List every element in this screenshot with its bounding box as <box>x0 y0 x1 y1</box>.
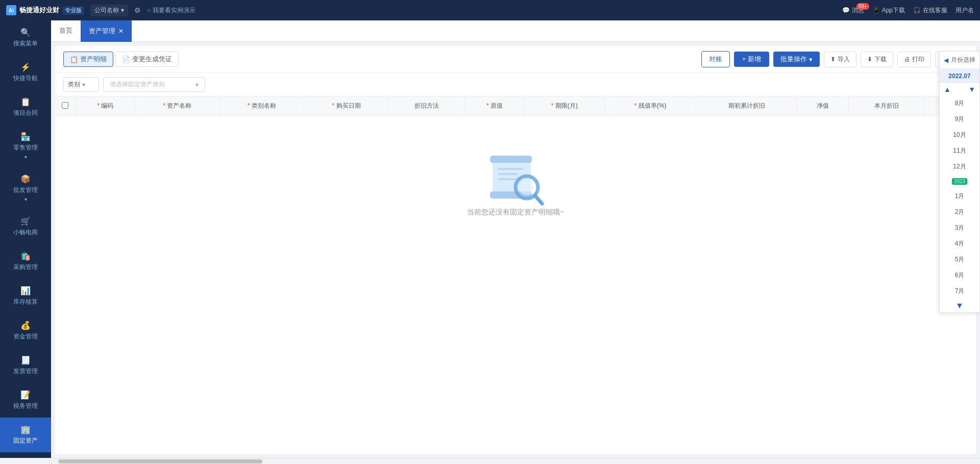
import-icon: ⬆ <box>830 56 836 63</box>
page-content: 📋 资产明细 📄 变更生成凭证 对账 + 新增 批量操作 ▾ ⬆ <box>55 46 976 454</box>
import-button[interactable]: ⬆ 导入 <box>824 52 856 67</box>
month-picker-header: ◀ 月份选择 <box>940 52 979 69</box>
sidebar-label-quicknav: 快捷导航 <box>13 74 38 83</box>
category-filter[interactable]: 类别 ▾ <box>63 77 99 92</box>
sidebar-item-invoice[interactable]: 🧾 发票管理 <box>0 348 51 383</box>
month-4[interactable]: 4月 <box>940 236 979 252</box>
month-current[interactable]: 2022.07 <box>940 69 979 83</box>
settings-icon[interactable]: ⚙ <box>134 6 141 14</box>
horizontal-scrollbar[interactable] <box>0 458 980 464</box>
tab-home[interactable]: 首页 <box>51 20 81 42</box>
scrollbar-thumb[interactable] <box>58 459 262 463</box>
sidebar-item-salary[interactable]: 💵 工资 <box>0 452 51 458</box>
purchase-icon: 🛍️ <box>20 251 31 261</box>
batch-button[interactable]: 批量操作 ▾ <box>773 52 820 67</box>
month-9[interactable]: 9月 <box>940 111 979 127</box>
finance-icon: 💰 <box>20 321 31 330</box>
sidebar-item-quick-nav[interactable]: ⚡ 快捷导航 <box>0 55 51 90</box>
tab-asset-mgmt[interactable]: 资产管理 ✕ <box>81 20 132 42</box>
month-1[interactable]: 1月 <box>940 188 979 204</box>
svg-rect-1 <box>490 156 532 163</box>
year-badge-2023: 2023 <box>952 178 967 185</box>
tab-close-icon[interactable]: ✕ <box>118 28 124 35</box>
month-12[interactable]: 12月 <box>940 159 979 175</box>
expand-icon[interactable]: ▼ <box>955 301 964 310</box>
fixed-assets-icon: 🏢 <box>20 425 31 434</box>
col-code: * 编码 <box>76 96 135 116</box>
sidebar-item-finance[interactable]: 💰 资金管理 <box>0 313 51 348</box>
filter-placeholder: 请选择固定资产类别 <box>110 80 165 89</box>
sidebar-label-finance: 资金管理 <box>13 332 38 341</box>
sidebar-item-purchase[interactable]: 🛍️ 采购管理 <box>0 244 51 279</box>
month-6[interactable]: 6月 <box>940 267 979 283</box>
col-monthly-depreciation: 本月折旧 <box>848 96 924 116</box>
category-input[interactable]: 请选择固定资产类别 ▾ <box>103 77 205 92</box>
demo-link[interactable]: ○ 我要看实例演示 <box>147 6 195 15</box>
tab-asset-mgmt-label: 资产管理 <box>89 27 115 36</box>
sub-tabs: 📋 资产明细 📄 变更生成凭证 对账 + 新增 批量操作 ▾ ⬆ <box>55 46 976 73</box>
headset-icon: 🎧 <box>913 7 921 14</box>
sub-tab-asset-detail[interactable]: 📋 资产明细 <box>63 52 113 67</box>
sidebar-label-tax: 税务管理 <box>13 402 38 410</box>
current-month-label: 2022.07 <box>948 72 970 80</box>
month-10[interactable]: 10月 <box>940 127 979 143</box>
month-year-2023[interactable]: 2023 <box>940 175 979 188</box>
select-all-checkbox[interactable] <box>62 102 68 109</box>
edition-badge: 专业版 <box>62 6 84 15</box>
download-icon: ⬇ <box>867 56 872 63</box>
sidebar-item-wholesale[interactable]: 📦 批发管理 ▾ <box>0 167 51 209</box>
message-badge: 99+ <box>856 3 869 10</box>
empty-illustration <box>485 146 546 208</box>
empty-text: 当前您还没有固定资产明细哦~ <box>467 208 564 217</box>
sidebar-item-tax[interactable]: 📝 税务管理 <box>0 383 51 418</box>
print-icon: 🖨 <box>904 56 910 63</box>
collapse-icon[interactable]: ◀ <box>944 57 948 64</box>
month-3[interactable]: 3月 <box>940 220 979 236</box>
col-purchase-date: * 购买日期 <box>304 96 389 116</box>
brand-icon: Ai <box>6 5 16 15</box>
month-picker-nav: ▲ ▼ <box>940 83 979 95</box>
sidebar-item-ecommerce[interactable]: 🛒 小畅电商 <box>0 209 51 244</box>
month-7[interactable]: 7月 <box>940 283 979 299</box>
next-month-icon[interactable]: ▼ <box>968 85 975 93</box>
wholesale-icon: 📦 <box>20 174 31 184</box>
sidebar-item-project[interactable]: 📋 项目合同 <box>0 90 51 125</box>
print-button[interactable]: 🖨 打印 <box>897 52 931 67</box>
ecommerce-icon: 🛒 <box>20 216 31 226</box>
month-11[interactable]: 11月 <box>940 143 979 159</box>
svg-rect-4 <box>498 173 518 175</box>
brand-name: 畅捷通好业财 <box>19 6 59 15</box>
chevron-down-icon: ▾ <box>24 197 27 202</box>
sidebar-label-purchase: 采购管理 <box>13 263 38 272</box>
col-accumulated-depreciation: 期初累计折旧 <box>696 96 797 116</box>
content-area: 首页 资产管理 ✕ 📋 资产明细 📄 变更生成凭证 对账 <box>51 20 980 458</box>
svg-point-7 <box>519 180 534 195</box>
sidebar-item-retail[interactable]: 🏪 零售管理 ▾ <box>0 125 51 167</box>
col-depreciation-method: 折旧方法 <box>388 96 464 116</box>
month-8[interactable]: 8月 <box>940 95 979 111</box>
batch-label: 批量操作 <box>780 55 807 64</box>
add-button[interactable]: + 新增 <box>734 52 769 67</box>
message-icon: 💬 <box>842 7 850 14</box>
prev-month-icon[interactable]: ▲ <box>944 85 951 93</box>
inventory-icon: 📊 <box>20 286 31 296</box>
sidebar-item-inventory[interactable]: 📊 库存核算 <box>0 279 51 313</box>
download-button[interactable]: ⬇ 下载 <box>861 52 893 67</box>
sub-tab-change-voucher[interactable]: 📄 变更生成凭证 <box>115 52 179 67</box>
tab-bar: 首页 资产管理 ✕ <box>51 20 980 42</box>
online-service-button[interactable]: 🎧 在线客服 <box>913 6 947 15</box>
reconcile-button[interactable]: 对账 <box>701 51 730 67</box>
chevron-down-icon: ▾ <box>24 154 27 160</box>
month-5[interactable]: 5月 <box>940 252 979 267</box>
demo-icon: ○ <box>147 7 151 14</box>
svg-line-8 <box>535 196 542 204</box>
col-asset-name: * 资产名称 <box>135 96 220 116</box>
col-residual-rate: * 残值率(%) <box>604 96 696 116</box>
message-button[interactable]: 💬 消息 99+ <box>842 6 864 15</box>
company-selector[interactable]: 公司名称 ▾ <box>90 5 128 16</box>
app-download-button[interactable]: 📱 App下载 <box>872 6 905 15</box>
sidebar-item-fixed-assets[interactable]: 🏢 固定资产 <box>0 418 51 452</box>
month-2[interactable]: 2月 <box>940 204 979 220</box>
month-picker-panel: ◀ 月份选择 2022.07 ▲ ▼ 8月 9月 10月 11月 12月 202… <box>939 51 980 313</box>
sidebar-item-search[interactable]: 🔍 搜索菜单 <box>0 20 51 55</box>
